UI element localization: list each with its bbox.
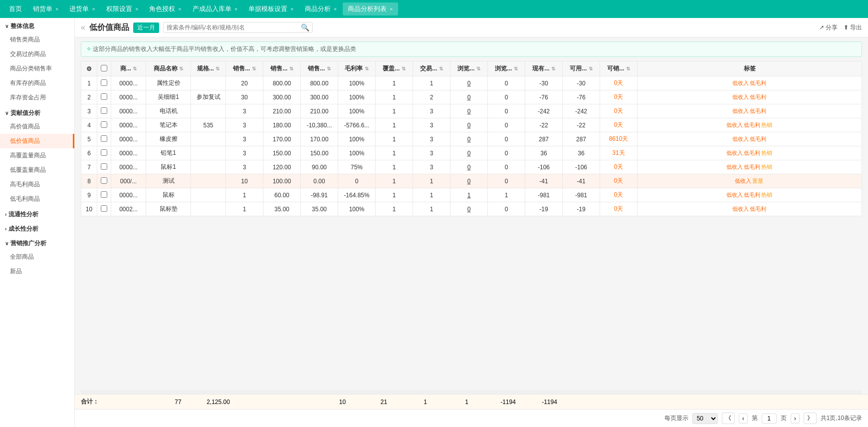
nav-permission-settings[interactable]: 权限设置 × xyxy=(101,2,143,15)
page-number-input[interactable] xyxy=(762,414,777,424)
row-browse1[interactable]: 0 xyxy=(450,76,488,90)
next-page-button[interactable]: › xyxy=(791,414,800,424)
sidebar-group-circulation[interactable]: › 流通性分析 xyxy=(0,206,74,221)
prev-page-button[interactable]: ‹ xyxy=(739,414,748,424)
sidebar-item-category-sales[interactable]: 商品分类销售率 xyxy=(0,61,74,76)
row-s2: 170.00 xyxy=(263,132,301,146)
row-checkbox[interactable] xyxy=(101,205,107,212)
row-browse1[interactable]: 1 xyxy=(450,188,488,202)
sidebar-item-high-coverage[interactable]: 高覆盖量商品 xyxy=(0,148,74,163)
row-checkbox-cell[interactable] xyxy=(97,188,111,202)
browse-link[interactable]: 0 xyxy=(467,136,471,143)
nav-role-auth[interactable]: 角色授权 × xyxy=(144,2,186,15)
sidebar-item-stock-goods[interactable]: 有库存的商品 xyxy=(0,76,74,90)
row-checkbox-cell[interactable] xyxy=(97,146,111,160)
browse-link[interactable]: 0 xyxy=(467,206,471,213)
sidebar-item-low-coverage[interactable]: 低覆盖量商品 xyxy=(0,163,74,177)
row-checkbox-cell[interactable] xyxy=(97,174,111,188)
browse-link[interactable]: 0 xyxy=(467,178,471,185)
row-checkbox-cell[interactable] xyxy=(97,160,111,174)
time-filter-button[interactable]: 近一月 xyxy=(133,22,159,33)
nav-product-analysis[interactable]: 商品分析 × xyxy=(300,2,342,15)
row-checkbox[interactable] xyxy=(101,93,107,100)
close-icon[interactable]: × xyxy=(390,6,393,12)
row-checkbox[interactable] xyxy=(101,79,107,86)
browse-link[interactable]: 0 xyxy=(467,80,471,87)
sidebar-group-marketing-label: 营销推广分析 xyxy=(10,239,46,248)
sidebar-item-all-goods[interactable]: 全部商品 xyxy=(0,250,74,264)
sidebar-item-low-margin[interactable]: 低毛利商品 xyxy=(0,192,74,206)
nav-product-analysis-list[interactable]: 商品分析列表 × xyxy=(343,2,398,15)
close-icon[interactable]: × xyxy=(92,6,95,12)
browse-link[interactable]: 0 xyxy=(467,164,471,171)
footer-avail: -1194 xyxy=(531,399,568,406)
col-stock: 现有... ⇅ xyxy=(525,61,563,76)
close-icon[interactable]: × xyxy=(234,6,237,12)
row-s1: 20 xyxy=(226,76,263,90)
row-checkbox[interactable] xyxy=(101,121,107,128)
sidebar-group-growth[interactable]: › 成长性分析 xyxy=(0,221,74,235)
row-margin: -5766.6... xyxy=(338,118,376,132)
row-browse1[interactable]: 0 xyxy=(450,174,488,188)
row-browse1[interactable]: 0 xyxy=(450,146,488,160)
browse-link[interactable]: 0 xyxy=(467,122,471,129)
browse-link[interactable]: 0 xyxy=(467,108,471,115)
row-checkbox[interactable] xyxy=(101,191,107,198)
close-icon[interactable]: × xyxy=(135,6,138,12)
share-button[interactable]: ↗ 分享 xyxy=(819,23,838,32)
close-icon[interactable]: × xyxy=(334,6,337,12)
row-checkbox-cell[interactable] xyxy=(97,132,111,146)
row-s3: 300.00 xyxy=(301,90,338,104)
sidebar-group-contribution[interactable]: ∨ 贡献值分析 xyxy=(0,105,74,119)
sidebar-item-high-value[interactable]: 高价值商品 xyxy=(0,119,74,134)
last-page-button[interactable]: 》 xyxy=(804,413,817,424)
row-checkbox[interactable] xyxy=(101,149,107,156)
page-size-select[interactable]: 50 100 200 xyxy=(692,413,718,424)
row-stock: 36 xyxy=(525,146,563,160)
collapse-sidebar-btn[interactable]: « xyxy=(81,23,85,32)
search-input[interactable] xyxy=(167,24,301,31)
sidebar-group-overall[interactable]: ∨ 整体信息 xyxy=(0,18,74,32)
row-browse1[interactable]: 0 xyxy=(450,160,488,174)
sidebar-item-new-goods[interactable]: 新品 xyxy=(0,264,74,279)
col-settings[interactable]: ⚙ xyxy=(81,61,97,76)
nav-home[interactable]: 首页 xyxy=(4,2,27,15)
row-checkbox-cell[interactable] xyxy=(97,118,111,132)
nav-purchase-order[interactable]: 进货单 × xyxy=(64,2,100,15)
nav-sales-order[interactable]: 销货单 × xyxy=(28,2,63,15)
nav-product-storage[interactable]: 产成品入库单 × xyxy=(188,2,242,15)
browse-link[interactable]: 0 xyxy=(467,94,471,101)
search-icon[interactable]: 🔍 xyxy=(301,23,309,31)
row-checkbox-cell[interactable] xyxy=(97,202,111,216)
row-browse1[interactable]: 0 xyxy=(450,104,488,118)
close-icon[interactable]: × xyxy=(290,6,293,12)
browse-link[interactable]: 0 xyxy=(467,150,471,157)
close-icon[interactable]: × xyxy=(178,6,181,12)
row-tags: 低收入低毛利热销 xyxy=(638,146,862,160)
sidebar-item-sales-goods[interactable]: 销售类商品 xyxy=(0,32,74,47)
scrollbar[interactable] xyxy=(81,390,862,394)
close-icon[interactable]: × xyxy=(55,6,58,12)
row-checkbox-cell[interactable] xyxy=(97,104,111,118)
browse-link[interactable]: 1 xyxy=(467,192,471,199)
row-browse1[interactable]: 0 xyxy=(450,118,488,132)
sidebar-item-low-value[interactable]: 低价值商品 xyxy=(0,134,74,148)
row-checkbox[interactable] xyxy=(101,163,107,170)
sidebar-item-traded-goods[interactable]: 交易过的商品 xyxy=(0,47,74,61)
row-browse1[interactable]: 0 xyxy=(450,90,488,104)
sidebar-item-stock-capital[interactable]: 库存资金占用 xyxy=(0,90,74,105)
row-checkbox[interactable] xyxy=(101,107,107,114)
row-checkbox[interactable] xyxy=(101,135,107,142)
row-checkbox[interactable] xyxy=(101,177,107,184)
sidebar-group-marketing[interactable]: ∨ 营销推广分析 xyxy=(0,235,74,250)
row-browse1[interactable]: 0 xyxy=(450,202,488,216)
row-checkbox-cell[interactable] xyxy=(97,90,111,104)
sidebar-item-high-margin[interactable]: 高毛利商品 xyxy=(0,177,74,192)
row-browse1[interactable]: 0 xyxy=(450,132,488,146)
first-page-button[interactable]: 《 xyxy=(722,413,735,424)
row-checkbox-cell[interactable] xyxy=(97,76,111,90)
select-all-checkbox[interactable] xyxy=(101,65,107,71)
export-button[interactable]: ⬆ 导出 xyxy=(844,23,862,32)
row-s3: 170.00 xyxy=(301,132,338,146)
nav-template-settings[interactable]: 单据模板设置 × xyxy=(243,2,298,15)
